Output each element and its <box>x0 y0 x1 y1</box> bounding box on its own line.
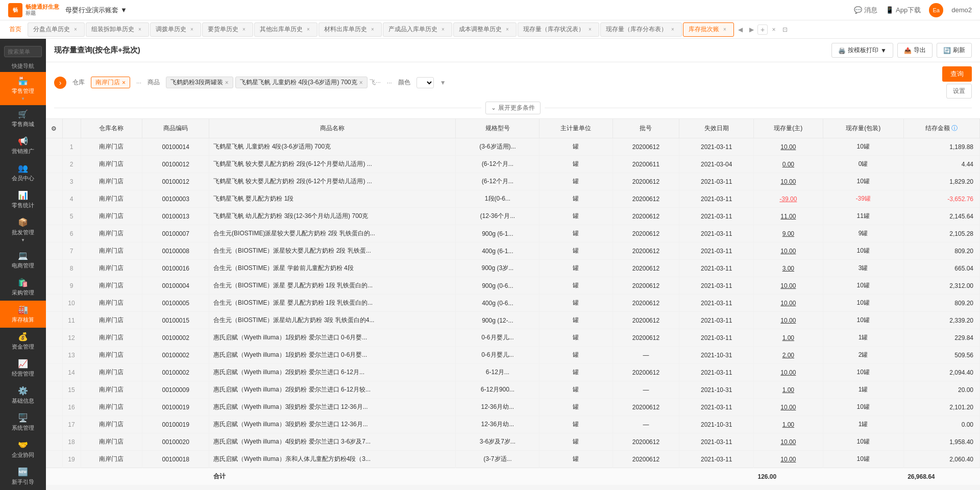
tab-close-icon[interactable]: × <box>721 26 728 33</box>
product-dots-icon[interactable]: ··· <box>387 79 392 86</box>
tab-close-icon[interactable]: × <box>586 26 594 33</box>
tab-qitachu[interactable]: 其他出库单历史 × <box>254 22 317 37</box>
sidebar-item-member[interactable]: 👥 会员中心 <box>0 159 46 186</box>
template-print-btn[interactable]: 🖨️ 按模板打印 ▼ <box>831 43 893 58</box>
row-expire: 2021-10-31 <box>679 347 754 364</box>
sidebar-item-basic[interactable]: ⚙️ 基础信息 <box>0 382 46 409</box>
color-dropdown-icon[interactable]: ▼ <box>440 79 446 86</box>
refresh-btn[interactable]: 🔄 刷新 <box>937 43 972 58</box>
sidebar-item-marketing[interactable]: 📢 营销推广 <box>0 132 46 159</box>
expand-more-btn[interactable]: ⌄ 展开更多条件 <box>485 102 540 114</box>
sidebar-item-zero-shop[interactable]: 🛒 零售商城 <box>0 105 46 132</box>
settings-btn[interactable]: 设置 <box>946 84 972 99</box>
org-selector[interactable]: 母婴行业演示账套 ▼ <box>65 6 127 15</box>
row-qty-main[interactable]: 2.00 <box>754 347 823 364</box>
export-btn[interactable]: 📤 导出 <box>897 43 933 58</box>
row-name: 合生元（BIOSTIME）派星 婴儿配方奶粉 1段 乳铁蛋白的... <box>209 295 456 312</box>
row-qty-main[interactable]: 0.00 <box>754 156 823 173</box>
row-qty-main[interactable]: 10.00 <box>754 138 823 156</box>
sidebar-item-stats[interactable]: 📊 零售统计 <box>0 186 46 213</box>
row-qty-main[interactable]: 10.00 <box>754 451 823 468</box>
tab-xianzai1[interactable]: 现存量（库存状况表） × <box>518 22 599 37</box>
tab-close-all-icon[interactable]: × <box>769 22 779 37</box>
row-qty-main[interactable]: 1.00 <box>754 416 823 433</box>
row-balance: 2,094.40 <box>903 364 979 381</box>
sidebar-item-batch[interactable]: 📦 批发管理 <box>0 213 46 247</box>
filter-expand-btn[interactable]: › <box>54 77 66 89</box>
sidebar: 快捷导航 🏪 零售管理 🛒 零售商城 📢 营销推广 👥 会员中心 📊 零售统计 … <box>0 39 46 490</box>
shop-icon: 🛒 <box>18 109 28 119</box>
product-tag-1[interactable]: 飞鹤奶粉3段两罐装 × <box>166 77 233 88</box>
tab-close-icon[interactable]: × <box>669 26 676 33</box>
message-btn[interactable]: 💬 消息 <box>854 6 877 15</box>
row-qty-main[interactable]: 10.00 <box>754 295 823 312</box>
inventory-icon: 🏭 <box>18 305 28 314</box>
quick-nav[interactable]: 快捷导航 <box>8 60 38 72</box>
sidebar-item-newguide[interactable]: 🆕 新手引导 <box>0 463 46 490</box>
tab-yaohuo[interactable]: 要货单历史 × <box>202 22 253 37</box>
tab-close-icon[interactable]: × <box>504 26 511 33</box>
row-code: 00100002 <box>142 364 209 381</box>
row-qty-main[interactable]: 3.00 <box>754 260 823 277</box>
row-qty-main[interactable]: 10.00 <box>754 277 823 295</box>
row-batch: — <box>612 381 679 399</box>
tab-zuchai[interactable]: 组装拆卸单历史 × <box>86 22 149 37</box>
sidebar-item-inventory[interactable]: 🏭 库存核算 <box>0 301 46 328</box>
product-tag-2[interactable]: 飞鹤星飞帆 儿童奶粉 4段(3-6岁适用) 700克 × <box>235 77 368 88</box>
tab-close-icon[interactable]: × <box>188 26 195 33</box>
tab-cailiao[interactable]: 材料出库单历史 × <box>318 22 382 37</box>
row-qty-main[interactable]: 10.00 <box>754 242 823 260</box>
product-more-icon[interactable]: 飞··· <box>370 78 381 87</box>
row-spec: 900g (0-6... <box>456 277 540 295</box>
row-qty-main[interactable]: 10.00 <box>754 399 823 416</box>
tab-add-icon[interactable]: + <box>757 24 768 35</box>
warehouse-more-icon[interactable]: ··· <box>136 79 141 86</box>
product-tag2-remove-icon[interactable]: × <box>359 79 363 86</box>
tab-chengpin[interactable]: 产成品入库单历史 × <box>383 22 452 37</box>
row-batch: 20200612 <box>612 190 679 208</box>
row-qty-main[interactable]: 10.00 <box>754 173 823 190</box>
row-qty-main[interactable]: 1.00 <box>754 381 823 399</box>
warehouse-remove-icon[interactable]: × <box>122 79 126 86</box>
app-download-btn[interactable]: 📱 App下载 <box>886 6 921 15</box>
row-qty-main[interactable]: 11.00 <box>754 208 823 225</box>
col-settings[interactable]: ⚙ <box>46 119 62 138</box>
sidebar-item-purchase[interactable]: 🛍️ 采购管理 <box>0 274 46 301</box>
search-input[interactable] <box>4 46 42 57</box>
tab-close-icon[interactable]: × <box>136 26 143 33</box>
row-batch: 20200612 <box>612 329 679 347</box>
tab-fenku[interactable]: 分盘点单历史 × <box>28 22 85 37</box>
product-tag1-remove-icon[interactable]: × <box>225 79 229 86</box>
tab-next-icon[interactable]: ▶ <box>746 22 756 37</box>
sidebar-item-ecommerce[interactable]: 💻 电商管理 <box>0 247 46 274</box>
tab-piliang[interactable]: 库存批次账 × <box>683 22 734 37</box>
tab-close-icon[interactable]: × <box>369 26 376 33</box>
settings-gear-icon[interactable]: ⚙ <box>51 125 57 132</box>
warehouse-tag[interactable]: 南岸门店 × <box>91 77 130 88</box>
tab-close-icon[interactable]: × <box>305 26 312 33</box>
sidebar-item-zero-retail[interactable]: 🏪 零售管理 <box>0 72 46 105</box>
tab-close-icon[interactable]: × <box>240 26 248 33</box>
tab-prev-icon[interactable]: ◀ <box>735 22 745 37</box>
sidebar-item-enterprise[interactable]: 🤝 企业协同 <box>0 436 46 463</box>
tab-more-icon[interactable]: ⊡ <box>780 22 790 37</box>
row-qty-main[interactable]: 10.00 <box>754 433 823 451</box>
row-qty-main[interactable]: 10.00 <box>754 364 823 381</box>
row-qty-main[interactable]: 1.00 <box>754 329 823 347</box>
color-filter-dropdown[interactable] <box>416 77 434 88</box>
row-index: 17 <box>62 416 81 433</box>
row-qty-main[interactable]: -39.00 <box>754 190 823 208</box>
tab-chengben[interactable]: 成本调整单历史 × <box>453 22 517 37</box>
query-btn[interactable]: 查询 <box>942 66 972 82</box>
tab-close-icon[interactable]: × <box>439 26 447 33</box>
tab-home[interactable]: 首页 <box>4 22 27 37</box>
sidebar-item-finance[interactable]: 💰 资金管理 <box>0 328 46 355</box>
row-warehouse: 南岸门店 <box>81 242 142 260</box>
tab-xianzai2[interactable]: 现存量（库存分布表） × <box>600 22 682 37</box>
sidebar-item-operation[interactable]: 📈 经营管理 <box>0 355 46 382</box>
row-qty-main[interactable]: 10.00 <box>754 312 823 329</box>
tab-close-icon[interactable]: × <box>72 26 79 33</box>
tab-diaobai[interactable]: 调拨单历史 × <box>150 22 201 37</box>
sidebar-item-system[interactable]: 🖥️ 系统管理 <box>0 409 46 436</box>
row-qty-main[interactable]: 9.00 <box>754 225 823 242</box>
